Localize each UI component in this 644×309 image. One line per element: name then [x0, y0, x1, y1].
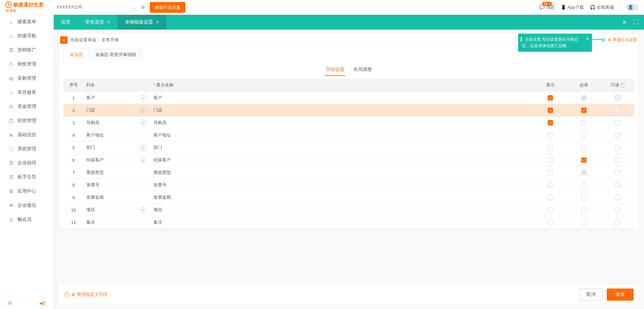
- cell-dispname[interactable]: 发票号: [151, 179, 534, 191]
- checkbox: [581, 95, 587, 101]
- add-field-icon[interactable]: +: [140, 107, 146, 113]
- sidebar-item-10[interactable]: ☰企业协同: [0, 156, 53, 170]
- sidebar-item-0[interactable]: ⌕搜索菜单: [0, 15, 53, 29]
- add-field-icon[interactable]: +: [140, 207, 146, 213]
- support-button[interactable]: 🎧 在线客服: [590, 4, 614, 10]
- checkbox[interactable]: [615, 207, 620, 213]
- nav-icon: ⌂: [8, 33, 14, 39]
- sidebar-item-1[interactable]: ⌂快捷导航: [0, 29, 53, 43]
- checkbox[interactable]: [615, 145, 620, 150]
- add-field-icon[interactable]: +: [140, 95, 146, 101]
- add-field-icon[interactable]: +: [140, 157, 146, 163]
- close-all-tabs-icon[interactable]: ✕: [618, 15, 630, 30]
- sidebar-item-4[interactable]: 🛍采购管理: [0, 71, 53, 85]
- cell-dispname[interactable]: 门店: [151, 104, 534, 117]
- cell-seq: 5: [63, 142, 84, 154]
- checkbox[interactable]: [581, 157, 587, 163]
- cell-dispname[interactable]: 备注: [151, 216, 534, 229]
- sub-nav-1[interactable]: 布局调整: [353, 65, 373, 76]
- cell-dispname[interactable]: 票据类型: [151, 166, 534, 179]
- tab-label: 单据模板设置: [125, 19, 153, 25]
- sidebar-item-8[interactable]: ≣基础信息: [0, 128, 53, 142]
- checkbox[interactable]: [615, 170, 620, 175]
- cell-req: [567, 191, 601, 204]
- main-tab-0[interactable]: 首页: [54, 15, 78, 30]
- checkbox[interactable]: [548, 145, 553, 150]
- sidebar-item-9[interactable]: ◌系统管理: [0, 142, 53, 156]
- cell-dispname[interactable]: 项目: [151, 204, 534, 216]
- gear-icon[interactable]: ⚙: [141, 5, 145, 10]
- fullscreen-icon[interactable]: ⛶: [631, 15, 642, 30]
- cell-dispname[interactable]: 结算客户: [151, 154, 534, 166]
- brand-logo-icon: 6: [5, 1, 12, 8]
- cancel-button[interactable]: 取消: [579, 288, 603, 301]
- main-tab-1[interactable]: 零售退货✕: [78, 15, 118, 30]
- checkbox[interactable]: [615, 132, 620, 138]
- cell-dispname[interactable]: 发票金额: [151, 191, 534, 204]
- checkbox[interactable]: [581, 145, 587, 150]
- checkbox[interactable]: [581, 132, 587, 138]
- cell-dispname[interactable]: 导购员: [151, 117, 534, 129]
- cell-dispname[interactable]: 部门: [151, 142, 534, 154]
- current-doc-label: 当前设置单据：: [70, 37, 101, 43]
- user-avatar[interactable]: 👤: [627, 4, 639, 11]
- checkbox[interactable]: [615, 182, 620, 188]
- main-tab-2[interactable]: 单据模板设置✕: [118, 15, 167, 30]
- checkbox[interactable]: [615, 120, 620, 125]
- cell-dispname[interactable]: 客户: [151, 92, 534, 104]
- sidebar-item-13[interactable]: ✉企业微信: [0, 198, 53, 213]
- messages-button[interactable]: 99 + 💬 消息: [539, 4, 555, 10]
- collapse-sidebar-icon[interactable]: ◀┃: [39, 301, 45, 306]
- sidebar-item-14[interactable]: V畅会员: [0, 213, 53, 227]
- cell-colname: 门店+: [84, 104, 151, 117]
- sidebar-item-3[interactable]: ◇销售管理: [0, 57, 53, 71]
- sidebar-item-2[interactable]: ☰营销推广: [0, 43, 53, 57]
- checkbox[interactable]: [548, 195, 553, 200]
- nav-icon: ⌕: [8, 19, 14, 25]
- sidebar-item-12[interactable]: ⊞应用中心: [0, 184, 53, 198]
- checkbox[interactable]: [548, 170, 553, 175]
- support-label: 在线客服: [597, 4, 614, 10]
- sidebar-item-11[interactable]: ☰新手引导: [0, 170, 53, 184]
- section-tab-1[interactable]: 表体区-零售开单明细: [89, 49, 142, 61]
- sidebar-item-5[interactable]: ⌂库存核算: [0, 85, 53, 100]
- section-tab-0[interactable]: 表头区: [63, 49, 89, 61]
- checkbox[interactable]: [548, 207, 553, 213]
- hint-close-icon[interactable]: ✕: [586, 36, 589, 42]
- settings-icon[interactable]: ⚙: [8, 301, 12, 306]
- checkbox[interactable]: [548, 220, 553, 225]
- checkbox[interactable]: [548, 108, 553, 113]
- company-select[interactable]: XXXXXX公司 ⌄: [56, 3, 136, 12]
- sub-nav-0[interactable]: 字段设置: [325, 65, 345, 76]
- checkbox[interactable]: [581, 182, 587, 188]
- checkbox[interactable]: [548, 157, 553, 163]
- checkbox[interactable]: [615, 195, 620, 200]
- checkbox[interactable]: [581, 207, 587, 213]
- tab-close-icon[interactable]: ✕: [107, 20, 110, 25]
- checkbox[interactable]: [615, 157, 620, 163]
- sidebar-item-7[interactable]: ◫经营管理: [0, 114, 53, 128]
- summary-settings-link[interactable]: ⚙ 单据汇总设置: [602, 37, 637, 43]
- nav-icon: ≣: [8, 132, 14, 138]
- checkbox[interactable]: [615, 220, 620, 225]
- collapse-panel-button[interactable]: »: [60, 36, 67, 44]
- app-download-button[interactable]: 📱 App下载: [561, 4, 584, 10]
- manage-custom-fields-link[interactable]: ? ⚙ 管理自定义字段: [64, 292, 107, 298]
- cell-dispname[interactable]: 客户地址: [151, 129, 534, 142]
- checkbox[interactable]: [581, 195, 587, 200]
- checkbox[interactable]: [581, 120, 587, 125]
- sidebar-item-6[interactable]: ⊙资金管理: [0, 100, 53, 114]
- cta-button[interactable]: 体验行业方案: [150, 2, 185, 13]
- save-button[interactable]: 保存: [607, 288, 634, 301]
- checkbox[interactable]: [581, 108, 587, 113]
- cell-show: [534, 179, 567, 191]
- checkbox[interactable]: [548, 182, 553, 188]
- tab-close-icon[interactable]: ✕: [156, 20, 159, 25]
- checkbox[interactable]: [548, 95, 553, 101]
- checkbox[interactable]: [548, 120, 553, 125]
- add-field-icon[interactable]: +: [140, 145, 146, 151]
- checkbox[interactable]: [548, 132, 553, 138]
- checkbox[interactable]: [581, 220, 587, 225]
- avatar-icon: 👤: [628, 4, 634, 10]
- add-field-icon[interactable]: +: [140, 120, 146, 126]
